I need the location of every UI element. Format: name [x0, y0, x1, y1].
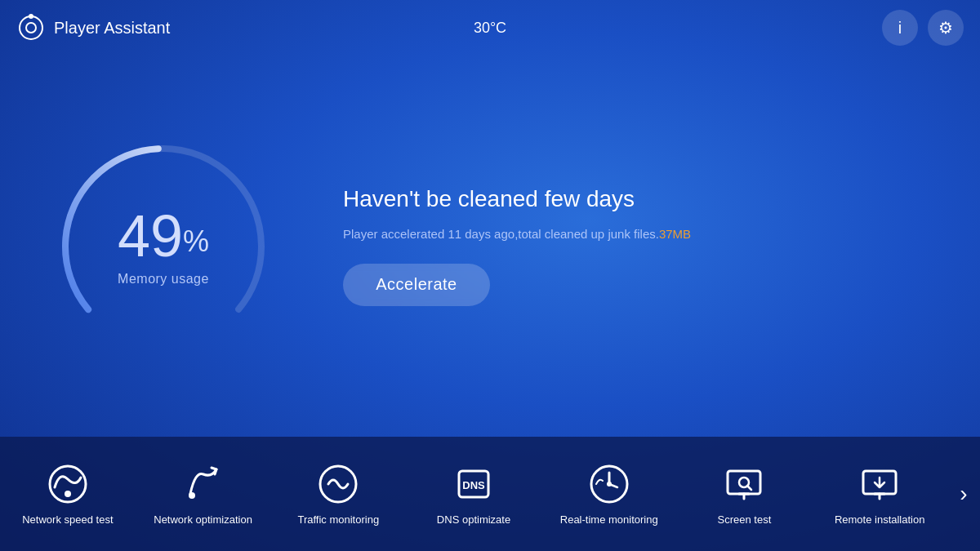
svg-point-1 [26, 23, 36, 33]
gauge-container: 49% Memory usage [49, 132, 278, 361]
toolbar-item-network-speed[interactable]: Network speed test [0, 455, 136, 534]
accelerate-button[interactable]: Accelerate [343, 264, 490, 306]
bottom-toolbar: Network speed test Network optimization … [0, 437, 980, 551]
temperature-display: 30°C [474, 20, 506, 37]
toolbar-item-dns[interactable]: DNS DNS optimizate [406, 455, 541, 534]
subtitle-prefix: Player accelerated 11 days ago,total cle… [343, 227, 659, 241]
gauge-number: 49 [118, 203, 183, 269]
info-section: Haven't be cleaned few days Player accel… [343, 186, 931, 306]
gauge-percent-sign: % [183, 224, 209, 257]
gauge-percent-value: 49% [118, 207, 209, 265]
svg-point-5 [189, 492, 195, 499]
toolbar-next-button[interactable]: › [947, 437, 980, 551]
info-title: Haven't be cleaned few days [343, 186, 931, 212]
realtime-icon [588, 463, 630, 505]
toolbar-label-realtime: Real-time monitoring [560, 513, 658, 526]
dns-icon: DNS [452, 463, 495, 505]
svg-text:DNS: DNS [462, 479, 485, 491]
info-button[interactable]: i [882, 10, 918, 46]
toolbar-item-realtime[interactable]: Real-time monitoring [541, 455, 677, 534]
app-logo: Player Assistant [16, 13, 170, 42]
toolbar-label-network-speed: Network speed test [22, 513, 113, 526]
svg-point-0 [20, 16, 42, 39]
next-arrow-icon: › [960, 481, 967, 507]
remote-icon [858, 463, 901, 505]
toolbar-item-traffic[interactable]: Traffic monitoring [270, 455, 406, 534]
gauge-label: Memory usage [118, 272, 209, 287]
settings-button[interactable]: ⚙ [928, 10, 964, 46]
toolbar-label-network-opt: Network optimization [154, 513, 252, 526]
network-opt-icon [182, 463, 225, 505]
svg-point-2 [29, 14, 33, 19]
info-subtitle: Player accelerated 11 days ago,total cle… [343, 225, 931, 244]
header: Player Assistant 30°C i ⚙ [0, 0, 980, 56]
main-content: 49% Memory usage Haven't be cleaned few … [0, 56, 980, 437]
gauge-text: 49% Memory usage [118, 207, 209, 287]
header-actions: i ⚙ [882, 10, 964, 46]
screen-icon [723, 463, 765, 505]
toolbar-label-screen: Screen test [718, 513, 772, 526]
app-container: Player Assistant 30°C i ⚙ [0, 0, 980, 551]
network-speed-icon [47, 463, 89, 505]
logo-icon [16, 13, 46, 42]
toolbar-label-remote: Remote installation [835, 513, 925, 526]
toolbar-item-network-opt[interactable]: Network optimization [136, 455, 271, 534]
toolbar-items: Network speed test Network optimization … [0, 455, 947, 534]
traffic-icon [317, 463, 359, 505]
app-title: Player Assistant [54, 19, 170, 38]
toolbar-label-traffic: Traffic monitoring [297, 513, 379, 526]
svg-point-12 [607, 482, 612, 487]
svg-line-17 [747, 486, 751, 490]
toolbar-item-remote[interactable]: Remote installation [812, 455, 947, 534]
svg-rect-13 [728, 471, 760, 494]
info-highlight: 37MB [659, 227, 691, 241]
toolbar-item-screen[interactable]: Screen test [677, 455, 813, 534]
toolbar-label-dns: DNS optimizate [437, 513, 510, 526]
svg-point-4 [65, 491, 71, 497]
